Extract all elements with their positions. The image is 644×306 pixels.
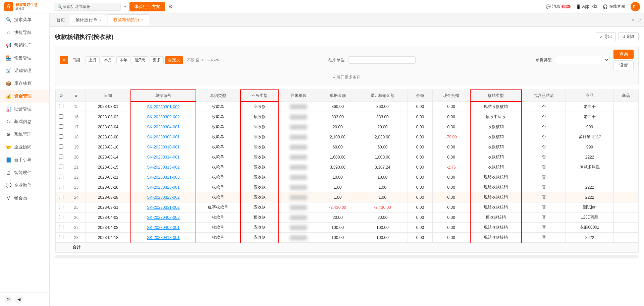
filter-settings-button[interactable]: 设置 bbox=[613, 60, 634, 70]
cell-amount: 10.00 bbox=[318, 172, 357, 182]
tab-window-expand[interactable]: ⤢ bbox=[637, 17, 641, 23]
cell-checkbox[interactable] bbox=[56, 112, 67, 122]
cell-voucher-no[interactable]: SK-20230310-001 bbox=[131, 142, 196, 152]
voucher-link[interactable]: SK-20230301-002 bbox=[147, 105, 179, 109]
voucher-link[interactable]: SK-20230328-001 bbox=[147, 185, 179, 190]
voucher-link[interactable]: SK-20230308-001 bbox=[147, 135, 179, 139]
voucher-link[interactable]: SK-20230314-001 bbox=[147, 155, 179, 160]
cell-voucher-no[interactable]: SK-20230308-001 bbox=[131, 132, 196, 142]
cell-checkbox[interactable] bbox=[56, 172, 67, 182]
sidebar-item-basic[interactable]: 🗂 基础信息 bbox=[0, 115, 49, 128]
cell-voucher-no[interactable]: SK-20230403-002 bbox=[131, 212, 196, 223]
date-7days-btn[interactable]: 近7天 bbox=[132, 56, 148, 64]
cell-voucher-no[interactable]: SK-20230302-002 bbox=[131, 112, 196, 122]
cell-voucher-no[interactable]: SK-20230315-002 bbox=[131, 162, 196, 172]
voucher-link[interactable]: SK-20230403-002 bbox=[147, 215, 179, 220]
voucher-link[interactable]: SK-20230304-001 bbox=[147, 125, 179, 129]
voucher-type-select[interactable] bbox=[556, 56, 609, 64]
cell-voucher-no[interactable]: SK-20230301-002 bbox=[131, 102, 196, 112]
tab-writeoff[interactable]: 收款核销执行 × bbox=[108, 14, 149, 25]
cell-checkbox[interactable] bbox=[56, 122, 67, 132]
date-this-year-btn[interactable]: 本年 bbox=[116, 56, 130, 64]
cell-checkbox[interactable] bbox=[56, 152, 67, 162]
cell-write-off-type: 现结收款核销 bbox=[470, 182, 522, 192]
voucher-link[interactable]: SK-20230418-001 bbox=[147, 235, 179, 240]
sidebar-item-finance[interactable]: 💰 资金管理 bbox=[0, 90, 49, 103]
cell-voucher-no[interactable]: SK-20230321-003 bbox=[131, 172, 196, 182]
sidebar-item-quick-nav[interactable]: ⌂ 快捷导航 bbox=[0, 26, 49, 39]
counterparty-dots[interactable]: ··· bbox=[420, 57, 426, 63]
cell-checkbox[interactable] bbox=[56, 132, 67, 142]
collapse-icon[interactable]: ◀ bbox=[15, 295, 23, 303]
table-scrollbar[interactable] bbox=[55, 255, 639, 258]
sidebar-item-guide[interactable]: 📘 新手引导 bbox=[0, 154, 49, 166]
sidebar-item-marketing[interactable]: 📢 营销推广 bbox=[0, 39, 49, 52]
cell-checkbox[interactable] bbox=[56, 233, 67, 243]
voucher-link[interactable]: SK-20230315-002 bbox=[147, 165, 179, 170]
cell-checkbox[interactable] bbox=[56, 142, 67, 152]
sidebar-item-hardware[interactable]: 🖨 智能硬件 bbox=[0, 166, 49, 179]
sidebar-item-system[interactable]: ⚙ 系统管理 bbox=[0, 128, 49, 141]
tab-prepay-close[interactable]: × bbox=[99, 18, 101, 22]
cell-voucher-no[interactable]: SK-20230314-001 bbox=[131, 152, 196, 162]
online-service-btn[interactable]: 🎧 在线客服 bbox=[603, 4, 625, 9]
cell-checkbox[interactable] bbox=[56, 212, 67, 223]
cell-checkbox[interactable] bbox=[56, 162, 67, 172]
tab-writeoff-close[interactable]: × bbox=[142, 18, 144, 22]
settings-bottom-icon[interactable]: ⚙ bbox=[4, 295, 12, 303]
cell-voucher-no[interactable]: SK-20230331-002 bbox=[131, 202, 196, 212]
expand-more-btn[interactable]: ▾ 展开更多条件 bbox=[60, 73, 634, 81]
cell-voucher-no[interactable]: SK-20230304-001 bbox=[131, 122, 196, 132]
sidebar-item-sales[interactable]: 🏪 销售管理 bbox=[0, 52, 49, 64]
tab-prepay-list[interactable]: 预计应付单 × bbox=[70, 15, 107, 25]
export-button[interactable]: ↗ 导出 bbox=[596, 32, 616, 41]
tab-home[interactable]: 首页 bbox=[52, 15, 69, 25]
user-avatar[interactable]: Rit bbox=[631, 2, 640, 11]
cell-voucher-no[interactable]: SK-20230328-002 bbox=[131, 192, 196, 202]
sidebar-item-purchase[interactable]: 🛒 采购管理 bbox=[0, 64, 49, 77]
filter-toggle-btn[interactable]: » bbox=[60, 56, 68, 64]
cell-counterparty: ██████ bbox=[279, 152, 318, 162]
sidebar-item-wechat[interactable]: 💬 企业微信 bbox=[0, 179, 49, 192]
solution-button[interactable]: 体验行业方案 bbox=[129, 2, 165, 11]
col-settings[interactable]: ⚙ bbox=[56, 90, 67, 102]
cell-row-num: 16 bbox=[67, 112, 86, 122]
cell-voucher-no[interactable]: SK-20230418-001 bbox=[131, 233, 196, 243]
cell-checkbox[interactable] bbox=[56, 102, 67, 112]
voucher-link[interactable]: SK-20230321-003 bbox=[147, 175, 179, 180]
sidebar-item-search[interactable]: 🔍 搜索菜单 bbox=[0, 13, 49, 26]
cell-checkbox[interactable] bbox=[56, 223, 67, 233]
refresh-button[interactable]: ↺ 刷新 bbox=[619, 32, 639, 41]
cell-checkbox[interactable] bbox=[56, 192, 67, 202]
table-row: 19 2023-03-10 SK-20230310-001 收款单 应收款 ██… bbox=[56, 142, 638, 152]
tab-window-close[interactable]: × bbox=[632, 17, 635, 23]
cell-balance: 0.00 bbox=[408, 233, 432, 243]
sidebar-item-operations[interactable]: 📊 经营管理 bbox=[0, 103, 49, 115]
cell-checkbox[interactable] bbox=[56, 202, 67, 212]
voucher-link[interactable]: SK-20230328-002 bbox=[147, 195, 179, 200]
voucher-link[interactable]: SK-20230302-002 bbox=[147, 115, 179, 119]
settings-icon[interactable]: ⚙ bbox=[168, 3, 173, 10]
sidebar-item-inventory[interactable]: 📦 库存核算 bbox=[0, 77, 49, 90]
cell-checkbox[interactable] bbox=[56, 182, 67, 192]
search-input[interactable] bbox=[62, 4, 113, 9]
dropdown-icon[interactable]: ▾ bbox=[124, 4, 126, 9]
cell-voucher-no[interactable]: SK-20230328-001 bbox=[131, 182, 196, 192]
messages-btn[interactable]: 💬 消息 99+ bbox=[546, 4, 571, 9]
date-last-month-btn[interactable]: 上月 bbox=[86, 56, 100, 64]
sidebar-item-member[interactable]: V 畅会员 bbox=[0, 192, 49, 204]
date-this-month-btn[interactable]: 本月 bbox=[101, 56, 115, 64]
cell-voucher-no[interactable]: SK-20230408-001 bbox=[131, 223, 196, 233]
counterparty-input[interactable] bbox=[348, 56, 416, 64]
voucher-link[interactable]: SK-20230331-002 bbox=[147, 205, 179, 210]
voucher-link[interactable]: SK-20230310-001 bbox=[147, 145, 179, 149]
query-button[interactable]: 查询 bbox=[613, 50, 634, 59]
voucher-link[interactable]: SK-20230408-001 bbox=[147, 225, 179, 230]
app-download-btn[interactable]: 📱 App下载 bbox=[576, 4, 597, 9]
date-custom-btn[interactable]: 自定义 bbox=[165, 56, 183, 64]
counterparty-value: ██████ bbox=[290, 225, 307, 230]
search-bar[interactable]: 🔍 bbox=[54, 3, 121, 11]
cell-goods2 bbox=[613, 202, 638, 212]
date-more-btn[interactable]: 更多 bbox=[150, 56, 164, 64]
sidebar-item-enterprise[interactable]: 🤝 企业协同 bbox=[0, 141, 49, 154]
